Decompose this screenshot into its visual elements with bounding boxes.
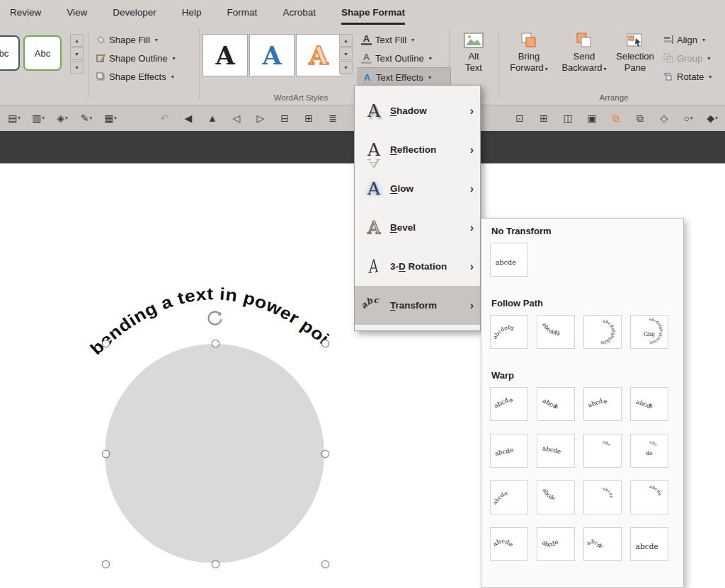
menu-tab-acrobat[interactable]: Acrobat <box>282 0 316 25</box>
transform-style-double-wave[interactable]: abcde <box>583 527 622 561</box>
effects-menu-item-transform[interactable]: abcTransform› <box>355 286 480 325</box>
effects-menu-item-3-d-rotation[interactable]: A3-D Rotation› <box>355 247 480 286</box>
text-outline-button[interactable]: A Text Outline ▾ <box>358 49 451 67</box>
svg-text:abcdefg: abcdefg <box>541 322 560 336</box>
menu-tab-developer[interactable]: Developer <box>113 0 156 25</box>
transform-style-chevron-down[interactable]: abcde <box>630 387 668 421</box>
text-fill-button[interactable]: A Text Fill ▾ <box>358 30 451 49</box>
shape-effects-button[interactable]: Shape Effects ▾ <box>92 67 197 86</box>
transform-style-ring-outside[interactable]: abcde <box>537 434 575 468</box>
alt-text-button[interactable]: Alt Text <box>454 30 493 74</box>
wordart-style-orange-outline[interactable]: A <box>296 34 341 76</box>
selection-handle[interactable] <box>102 560 110 568</box>
oval-shape-icon[interactable]: ○▾ <box>678 109 698 127</box>
align-button[interactable]: Align ▾ <box>660 30 724 49</box>
selection-pane-icon[interactable]: ◫ <box>558 109 578 127</box>
undo-icon[interactable]: ↶ <box>154 109 174 127</box>
transform-style-circle-pour[interactable]: abc <box>583 434 622 468</box>
rotate-left-icon: ◁ <box>233 113 241 124</box>
effects-menu-item-reflection[interactable]: AAReflection› <box>355 130 480 169</box>
effects-menu-item-shadow[interactable]: AShadow› <box>355 91 480 130</box>
scroll-up-icon[interactable]: ▲ <box>70 34 84 47</box>
align-objects-icon: ⊟ <box>280 113 289 124</box>
transform-style-triangle-down[interactable]: abcde <box>537 387 575 421</box>
menu-tab-review[interactable]: Review <box>10 0 41 25</box>
wordart-style-black[interactable]: A <box>202 34 248 76</box>
text-direction-icon: ▥ <box>32 113 41 124</box>
rotate-handle-icon[interactable] <box>206 309 224 327</box>
crop-icon: ⊡ <box>515 113 524 124</box>
effects-menu-item-glow[interactable]: AGlow› <box>355 169 480 208</box>
bring-forward-icon[interactable]: ⧉ <box>606 109 626 127</box>
transform-style-button-pour[interactable]: abcde <box>630 434 668 468</box>
menu-tab-shape-format[interactable]: Shape Format <box>341 0 405 25</box>
flip-vertical-icon[interactable]: ▲ <box>202 109 222 127</box>
transform-style-arch-down-warp[interactable]: abcde <box>537 480 575 514</box>
wordart-style-blue[interactable]: A <box>249 34 295 76</box>
gallery-more-icon[interactable]: ▼ <box>70 61 84 74</box>
menu-tab-format[interactable]: Format <box>227 0 258 25</box>
send-backward-icon[interactable]: ⧉ <box>630 109 650 127</box>
selection-pane-button[interactable]: Selection Pane <box>611 30 659 74</box>
transform-style-inflate[interactable]: abcde <box>630 527 668 561</box>
shape-fill-button[interactable]: Shape Fill ▾ <box>92 30 197 49</box>
transform-style-ring-inside[interactable]: abcde <box>490 434 528 468</box>
transform-style-chevron-up[interactable]: abcde <box>583 387 622 421</box>
selection-pane-icon <box>626 32 644 49</box>
selection-handle[interactable] <box>321 560 329 568</box>
rotate-button[interactable]: Rotate ▾ <box>660 67 724 86</box>
group-objects-icon[interactable]: ▣ <box>582 109 602 127</box>
selection-handle[interactable] <box>321 450 329 458</box>
transform-style-triangle-up[interactable]: abcde <box>490 387 528 421</box>
text-direction-icon[interactable]: ▥▾ <box>28 109 48 127</box>
menu-tab-view[interactable]: View <box>67 0 87 25</box>
text-box-icon[interactable]: ▤▾ <box>4 109 24 127</box>
transform-section-title: Follow Path <box>491 298 683 309</box>
rotate-label: Rotate <box>677 71 704 82</box>
scroll-down-icon[interactable]: ▼ <box>70 47 84 60</box>
transform-style-circle[interactable]: abcdefghijklm <box>583 315 622 349</box>
shape-effects-icon <box>96 71 105 81</box>
shape-style-thumb[interactable]: Abc <box>23 35 62 71</box>
selection-handle[interactable] <box>212 340 219 347</box>
transform-style-button-warp[interactable]: abcde <box>630 480 668 514</box>
scroll-down-icon[interactable]: ▼ <box>339 47 353 60</box>
transform-style-wave-1[interactable]: abcde <box>490 527 528 561</box>
circle-shape[interactable] <box>105 344 324 563</box>
selection-handle[interactable] <box>212 560 219 568</box>
text-effects-button[interactable]: A Text Effects ▾ <box>358 67 451 87</box>
transform-style-wave-2[interactable]: abcde <box>537 527 575 561</box>
outline-pen-icon[interactable]: ✎▾ <box>76 109 96 127</box>
gallery-more-icon[interactable]: ▼ <box>339 61 353 74</box>
arrange-list-icon[interactable]: ≣ <box>323 109 343 127</box>
borders-grid-icon[interactable]: ▦▾ <box>101 109 120 127</box>
snap-grid-icon[interactable]: ⊞ <box>534 109 554 127</box>
transform-style-arch-up[interactable]: abcdefg <box>490 315 528 349</box>
transform-style-arch-down[interactable]: abcdefg <box>537 315 575 349</box>
selection-handle[interactable] <box>102 450 110 458</box>
transform-style-arch-up-warp[interactable]: abcde <box>490 480 528 514</box>
paint-bucket-icon[interactable]: ◈▾ <box>52 109 72 127</box>
selection-handle[interactable] <box>102 340 110 347</box>
transform-style-circle-warp[interactable]: abcde <box>583 480 622 514</box>
bring-forward-button[interactable]: Bring Forward▾ <box>506 30 552 75</box>
scroll-up-icon[interactable]: ▲ <box>339 34 353 47</box>
flip-horizontal-icon[interactable]: ◀ <box>178 109 198 127</box>
selection-handle[interactable] <box>321 340 329 347</box>
svg-text:abcde: abcde <box>496 258 516 266</box>
rotate-right-icon[interactable]: ▷ <box>251 109 270 127</box>
rotate-left-icon[interactable]: ◁ <box>227 109 246 127</box>
send-backward-button[interactable]: Send Backward▾ <box>560 30 608 75</box>
menu-tab-help[interactable]: Help <box>182 0 202 25</box>
shape-icon[interactable]: ◇ <box>654 109 674 127</box>
transform-style-ring[interactable]: abcdefghijklmnopGhij <box>630 315 668 349</box>
shape-fill-icon[interactable]: ◆▾ <box>702 109 722 127</box>
effects-menu-item-bevel[interactable]: ABevel› <box>355 208 480 247</box>
shape-style-thumb[interactable]: Abc <box>0 35 20 71</box>
distribute-objects-icon[interactable]: ⊞ <box>299 109 319 127</box>
crop-icon[interactable]: ⊡ <box>510 109 530 127</box>
align-objects-icon[interactable]: ⊟ <box>275 109 295 127</box>
group-button[interactable]: Group ▾ <box>660 49 724 67</box>
transform-style-no-transform[interactable]: abcde <box>490 243 528 277</box>
shape-outline-button[interactable]: Shape Outline ▾ <box>92 49 197 67</box>
